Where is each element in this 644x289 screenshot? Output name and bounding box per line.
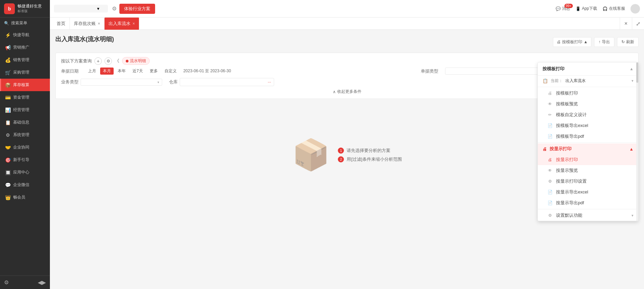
sidebar-item-purchase[interactable]: 🛒 采购管理 xyxy=(0,66,50,79)
dropdown-scrollbar-thumb[interactable] xyxy=(636,62,638,83)
filter-collapse-button[interactable]: 《 xyxy=(115,58,119,64)
filter-tag-label: 流水明细 xyxy=(130,58,146,64)
topbar-right: 💬 消息 99+ 📱 App下载 🎧 在线客服 xyxy=(556,4,640,14)
sidebar-item-wechat[interactable]: 💬 企业微信 xyxy=(0,179,50,191)
date-option-this-year[interactable]: 本年 xyxy=(115,68,128,75)
dropdown-template-excel[interactable]: 📄 按模板导出excel xyxy=(538,120,638,131)
tab-batch-account[interactable]: 库存批次账 × xyxy=(70,18,105,30)
sidebar-item-member[interactable]: 👑 畅会员 xyxy=(0,191,50,204)
sidebar-item-cooperation[interactable]: 🤝 企业协同 xyxy=(0,141,50,154)
dropdown-display-preview[interactable]: 👁 按显示预览 xyxy=(538,165,638,176)
sidebar-item-inventory[interactable]: 📦 库存核算 xyxy=(0,79,50,91)
display-preview-icon: 👁 xyxy=(547,168,553,173)
headset-icon: 🎧 xyxy=(603,6,608,11)
sidebar-item-sales[interactable]: 💰 销售管理 xyxy=(0,54,50,66)
tab-bar: 首页 库存批次账 × 出入库流水 × × ⤢ xyxy=(50,18,644,30)
date-option-7days[interactable]: 近7天 xyxy=(130,68,146,75)
collapse-conditions-button[interactable]: ∧ 收起更多条件 xyxy=(333,89,361,95)
template-excel-label: 按模板导出excel xyxy=(556,123,588,129)
tab-flow-close[interactable]: × xyxy=(133,21,135,26)
dropdown-divider-1 xyxy=(538,87,638,87)
refresh-button[interactable]: ↻ 刷新 xyxy=(617,37,639,47)
tab-batch-account-label: 库存批次账 xyxy=(74,21,96,27)
dropdown-display-pdf[interactable]: 📄 按显示导出pdf xyxy=(538,198,638,208)
sidebar-item-guide[interactable]: 🎯 新手引导 xyxy=(0,154,50,166)
tab-expand-button[interactable]: ⤢ xyxy=(632,18,644,30)
collapse-icon: ∧ xyxy=(333,89,336,94)
default-func-icon: ⚙ xyxy=(547,213,553,218)
sidebar-item-label: 畅会员 xyxy=(13,194,25,200)
sidebar-item-finance[interactable]: 💳 资金管理 xyxy=(0,91,50,104)
sidebar-item-app-center[interactable]: 🔲 应用中心 xyxy=(0,166,50,179)
sidebar-item-label: 采购管理 xyxy=(13,70,29,75)
topbar-search-dropdown-icon[interactable]: ▾ xyxy=(97,6,99,11)
sidebar-search-menu[interactable]: 🔍 搜索菜单 xyxy=(0,18,50,29)
message-button[interactable]: 💬 消息 99+ xyxy=(556,6,570,11)
system-icon: ⚙ xyxy=(5,132,10,138)
default-func-arrow: ▾ xyxy=(632,213,634,218)
sidebar-item-quick-nav[interactable]: ⚡ 快捷导航 xyxy=(0,29,50,41)
sidebar-item-label: 基础信息 xyxy=(13,120,29,125)
app-download-button[interactable]: 📱 App下载 xyxy=(576,6,597,11)
dropdown-template-preview[interactable]: 👁 按模板预览 xyxy=(538,99,638,109)
export-button[interactable]: ↑ 导出 xyxy=(594,37,614,47)
tab-flow-detail[interactable]: 出入库流水 × xyxy=(105,18,139,30)
template-pdf-label: 按模板导出pdf xyxy=(556,133,584,139)
tab-home-label: 首页 xyxy=(57,21,65,27)
date-option-custom[interactable]: 自定义 xyxy=(162,68,179,75)
page-title: 出入库流水(流水明细) xyxy=(55,35,114,43)
user-avatar[interactable] xyxy=(631,4,640,14)
display-print-icon: 🖨 xyxy=(547,157,553,162)
sidebar-item-system[interactable]: ⚙ 系统管理 xyxy=(0,129,50,141)
dropdown-display-section[interactable]: 🖨 按显示打印 ▲ xyxy=(538,143,638,154)
dropdown-display-excel[interactable]: 📄 按显示导出excel xyxy=(538,187,638,198)
filter-add-button[interactable]: + xyxy=(94,57,102,65)
dropdown-scrollbar-track[interactable] xyxy=(636,62,638,221)
default-func-label: 设置默认功能 xyxy=(556,212,582,218)
topbar-search-input[interactable] xyxy=(57,6,97,11)
warehouse-more-button[interactable]: ··· xyxy=(268,80,271,84)
dropdown-default-func[interactable]: ⚙ 设置默认功能 ▾ xyxy=(538,210,638,221)
dropdown-template-print[interactable]: 🖨 按模板打印 xyxy=(538,88,638,99)
dropdown-template-design[interactable]: ✏ 模板自定义设计 xyxy=(538,109,638,120)
print-template-button[interactable]: 🖨 按模板打印 ▲ xyxy=(553,37,591,47)
industry-solution-button[interactable]: 体验行业方案 xyxy=(119,4,155,14)
sidebar-item-label: 应用中心 xyxy=(13,169,29,175)
tab-home[interactable]: 首页 xyxy=(53,18,70,30)
date-option-last-month[interactable]: 上月 xyxy=(85,68,99,75)
filter-biz-type-input[interactable]: ▾ xyxy=(81,79,162,86)
collapse-sidebar-icon[interactable]: ◀▶ xyxy=(38,279,46,286)
refresh-label: 刷新 xyxy=(626,39,634,45)
service-label: 在线客服 xyxy=(609,6,625,11)
tabs-end-buttons: × ⤢ xyxy=(620,18,644,30)
tab-flow-label: 出入库流水 xyxy=(109,21,130,27)
settings-icon[interactable]: ⚙ xyxy=(4,279,9,286)
tab-close-window-button[interactable]: × xyxy=(620,18,632,30)
sidebar-item-operation[interactable]: 📊 经营管理 xyxy=(0,104,50,116)
dropdown-collapse-icon: ▲ xyxy=(630,67,634,71)
print-icon: 🖨 xyxy=(547,91,553,96)
dropdown-template-pdf[interactable]: 📄 按模板导出pdf xyxy=(538,131,638,142)
filter-tag-flow[interactable]: 流水明细 xyxy=(122,57,150,65)
date-option-more[interactable]: 更多 xyxy=(147,68,160,75)
pdf-icon: 📄 xyxy=(547,134,553,139)
topbar-search-box[interactable]: ▾ xyxy=(54,5,108,12)
basic-icon: 📋 xyxy=(5,120,10,125)
filter-date-options: 上月 本月 本年 近7天 更多 自定义 xyxy=(85,68,179,75)
tab-batch-account-close[interactable]: × xyxy=(98,21,100,26)
filter-settings-button[interactable]: ⚙ xyxy=(105,57,112,65)
step-num-1: 1 xyxy=(338,148,344,154)
sidebar-item-marketing[interactable]: 📢 营销推广 xyxy=(0,41,50,54)
sidebar-item-basic[interactable]: 📋 基础信息 xyxy=(0,116,50,129)
display-pdf-label: 按显示导出pdf xyxy=(556,200,584,206)
filter-warehouse-input[interactable]: ··· xyxy=(180,78,274,86)
preview-icon: 👁 xyxy=(547,102,553,106)
online-service-button[interactable]: 🎧 在线客服 xyxy=(603,6,625,11)
dropdown-display-print[interactable]: 🖨 按显示打印 xyxy=(538,154,638,165)
phone-icon: 📱 xyxy=(576,6,581,11)
topbar-gear-icon[interactable]: ⚙ xyxy=(112,5,117,12)
dropdown-collapse-button[interactable]: ▲ xyxy=(630,67,634,71)
dropdown-display-settings[interactable]: ⚙ 按显示打印设置 xyxy=(538,176,638,187)
date-option-this-month[interactable]: 本月 xyxy=(100,68,114,75)
display-section-icon: 🖨 xyxy=(543,147,547,152)
